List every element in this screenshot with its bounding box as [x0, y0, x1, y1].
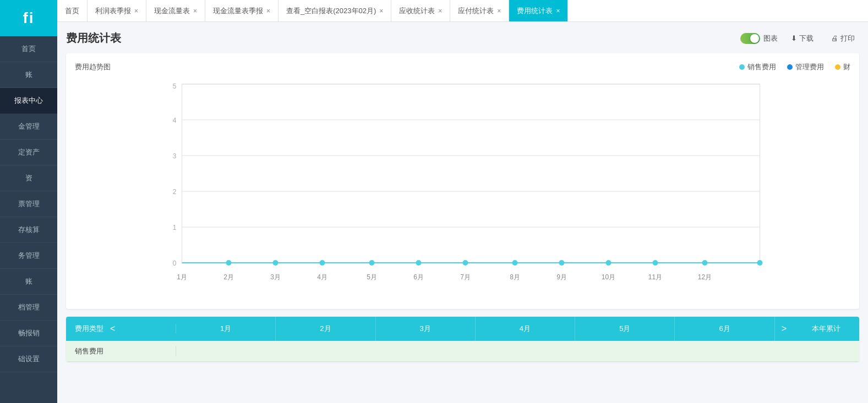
legend-dot-finance: [835, 64, 840, 70]
legend-dot-admin: [787, 64, 793, 70]
prev-arrow[interactable]: <: [108, 324, 117, 334]
chart-point-2: [273, 260, 279, 266]
svg-text:4: 4: [173, 117, 177, 124]
tab-payable[interactable]: 应付统计表 ×: [450, 0, 509, 22]
col-3-header: 3月: [376, 317, 476, 341]
col-6-header: 6月: [675, 317, 774, 341]
chart-point-6: [463, 260, 468, 266]
col-1-header: 1月: [176, 317, 276, 341]
sidebar-item-business[interactable]: 务管理: [0, 243, 57, 269]
sidebar-item-assets[interactable]: 定资产: [0, 140, 57, 165]
col-5-header: 5月: [575, 317, 675, 341]
svg-text:9月: 9月: [556, 273, 567, 281]
chart-point-11: [702, 260, 708, 266]
app-logo: fi: [0, 0, 57, 36]
chart-svg-wrap: 0 1 2 3 4 5: [75, 79, 850, 300]
svg-text:1: 1: [173, 224, 177, 231]
page-content: 费用统计表 图表 ⬇ 下载 🖨 打印 费用趋势图: [57, 22, 868, 403]
sidebar-item-expense[interactable]: 畅报销: [0, 321, 57, 346]
page-header: 费用统计表 图表 ⬇ 下载 🖨 打印: [66, 31, 859, 46]
tab-close-cashflow[interactable]: ×: [193, 7, 197, 15]
svg-text:2月: 2月: [223, 273, 234, 281]
sidebar-item-account[interactable]: 账: [0, 62, 57, 88]
legend-admin: 管理费用: [787, 62, 824, 72]
chart-toggle-label: 图表: [763, 34, 778, 43]
main-area: 首页 利润表季报 × 现金流量表 × 现金流量表季报 × 查看_空白报表(202…: [57, 0, 868, 403]
legend-label-finance: 财: [843, 62, 850, 72]
next-arrow[interactable]: >: [775, 324, 793, 334]
tab-profit-quarterly[interactable]: 利润表季报 ×: [88, 0, 146, 22]
tab-blank-report[interactable]: 查看_空白报表(2023年02月) ×: [279, 0, 391, 22]
sidebar-item-invoices[interactable]: 票管理: [0, 191, 57, 217]
chart-point-4: [369, 260, 375, 266]
chart-header: 费用趋势图 销售费用 管理费用 财: [75, 62, 850, 72]
tab-close-expense-stats[interactable]: ×: [556, 7, 560, 15]
sidebar-item-capital[interactable]: 资: [0, 165, 57, 191]
sidebar-item-ledger[interactable]: 账: [0, 269, 57, 295]
tab-expense-stats[interactable]: 费用统计表 ×: [509, 0, 568, 22]
chart-toggle[interactable]: [740, 33, 760, 44]
chart-point-8: [559, 260, 565, 266]
row-type-sales: 销售费用: [66, 346, 176, 356]
svg-text:10月: 10月: [602, 273, 615, 281]
download-icon: ⬇: [791, 34, 797, 42]
legend-dot-sales: [739, 64, 745, 70]
svg-text:3月: 3月: [270, 273, 281, 281]
chart-point-1: [226, 260, 232, 266]
svg-text:5月: 5月: [367, 273, 377, 281]
tab-close-blank-report[interactable]: ×: [379, 7, 383, 15]
page-actions: 图表 ⬇ 下载 🖨 打印: [740, 31, 859, 46]
svg-text:5: 5: [173, 82, 177, 90]
svg-text:2: 2: [173, 188, 177, 196]
table-row-sales: 销售费用: [66, 341, 859, 362]
chart-point-7: [512, 260, 518, 266]
download-button[interactable]: ⬇ 下载: [787, 31, 818, 46]
data-table: 费用类型 < 1月 2月 3月 4月 5月 6月 > 本年累计 销售费用: [66, 317, 859, 362]
svg-text:3: 3: [173, 152, 177, 160]
svg-text:12月: 12月: [698, 273, 712, 281]
svg-text:0: 0: [173, 260, 177, 267]
sidebar-item-settings[interactable]: 础设置: [0, 346, 57, 372]
col-4-header: 4月: [476, 317, 575, 341]
svg-text:8月: 8月: [510, 273, 520, 281]
sidebar: fi 首页 账 报表中心 金管理 定资产 资 票管理 存核算 务管理 账 档管理…: [0, 0, 57, 403]
print-button[interactable]: 🖨 打印: [827, 31, 859, 46]
chart-card: 费用趋势图 销售费用 管理费用 财: [66, 53, 859, 309]
tab-cashflow[interactable]: 现金流量表 ×: [146, 0, 205, 22]
tab-close-receivable[interactable]: ×: [438, 7, 442, 15]
sidebar-item-reports[interactable]: 报表中心: [0, 88, 57, 114]
chart-point-9: [606, 260, 612, 266]
tab-home[interactable]: 首页: [57, 0, 88, 22]
chart-svg: 0 1 2 3 4 5: [75, 79, 850, 299]
chart-legend: 销售费用 管理费用 财: [739, 62, 850, 72]
table-header: 费用类型 < 1月 2月 3月 4月 5月 6月 > 本年累计: [66, 317, 859, 341]
chart-point-10: [653, 260, 658, 266]
svg-text:7月: 7月: [460, 273, 471, 281]
tab-cashflow-quarterly[interactable]: 现金流量表季报 ×: [205, 0, 279, 22]
svg-text:11月: 11月: [648, 273, 662, 281]
tab-close-payable[interactable]: ×: [497, 7, 501, 15]
chart-point-3: [320, 260, 325, 266]
chart-point-5: [416, 260, 422, 266]
page-title: 费用统计表: [66, 31, 121, 46]
sidebar-item-archive[interactable]: 档管理: [0, 295, 57, 321]
svg-text:1月: 1月: [177, 273, 187, 281]
chart-point-12: [757, 260, 763, 266]
tab-bar: 首页 利润表季报 × 现金流量表 × 现金流量表季报 × 查看_空白报表(202…: [57, 0, 868, 22]
svg-text:4月: 4月: [317, 273, 327, 281]
tab-close-profit-quarterly[interactable]: ×: [134, 7, 138, 15]
tab-close-cashflow-quarterly[interactable]: ×: [266, 7, 270, 15]
legend-label-sales: 销售费用: [747, 62, 776, 72]
sidebar-scroll: 首页 账 报表中心 金管理 定资产 资 票管理 存核算 务管理 账 档管理 畅报…: [0, 36, 57, 403]
chart-title: 费用趋势图: [75, 62, 111, 72]
chart-toggle-wrap: 图表: [740, 33, 778, 44]
sidebar-item-inventory[interactable]: 存核算: [0, 217, 57, 243]
svg-text:6月: 6月: [413, 273, 424, 281]
sidebar-item-finance[interactable]: 金管理: [0, 114, 57, 140]
tab-receivable[interactable]: 应收统计表 ×: [391, 0, 450, 22]
legend-sales: 销售费用: [739, 62, 776, 72]
sidebar-item-home[interactable]: 首页: [0, 36, 57, 62]
legend-finance: 财: [835, 62, 850, 72]
col-total-header: 本年累计: [793, 317, 859, 341]
svg-rect-12: [182, 84, 760, 263]
